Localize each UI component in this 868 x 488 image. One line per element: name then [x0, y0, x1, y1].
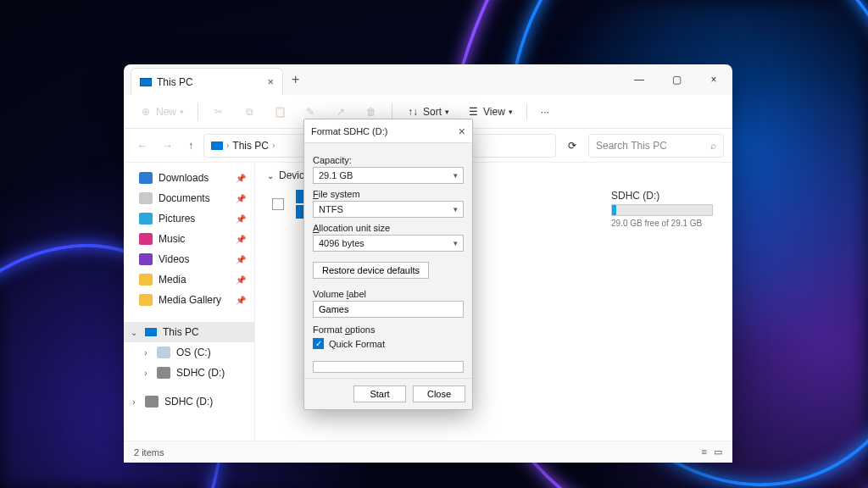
search-placeholder: Search This PC	[596, 140, 667, 152]
sidebar-item-media-gallery[interactable]: Media Gallery📌	[124, 290, 254, 310]
scissors-icon: ✂	[212, 105, 225, 119]
copy-icon: ⧉	[242, 105, 256, 119]
volume-label-input[interactable]	[313, 301, 464, 318]
capacity-label: Capacity:	[313, 155, 464, 165]
details-view-icon[interactable]: ≡	[702, 446, 707, 458]
drive-free-text: 29.0 GB free of 29.1 GB	[611, 219, 713, 228]
allocation-dropdown[interactable]: 4096 bytes ▾	[313, 235, 464, 252]
format-dialog: Format SDHC (D:) × Capacity: 29.1 GB ▾ F…	[303, 119, 473, 410]
sidebar-item-documents[interactable]: Documents📌	[124, 188, 254, 208]
chevron-right-icon[interactable]: ›	[141, 369, 151, 378]
chevron-down-icon: ▾	[453, 171, 458, 180]
sidebar-item-sdhc-d[interactable]: › SDHC (D:)	[124, 363, 254, 383]
sidebar-item-music[interactable]: Music📌	[124, 229, 254, 249]
chevron-down-icon[interactable]: ⌄	[129, 328, 139, 337]
tab-this-pc[interactable]: This PC ×	[131, 68, 283, 95]
more-icon: ···	[541, 106, 549, 118]
sidebar-item-label: SDHC (D:)	[164, 396, 213, 408]
tab-title: This PC	[157, 76, 193, 88]
filesystem-label: File system	[313, 189, 464, 199]
dialog-close-button[interactable]: ×	[459, 125, 465, 138]
sidebar-item-sdhc-d-root[interactable]: › SDHC (D:)	[124, 391, 254, 412]
pin-icon: 📌	[236, 235, 246, 244]
sidebar-item-media[interactable]: Media📌	[124, 269, 254, 290]
divider	[526, 103, 527, 120]
tiles-view-icon[interactable]: ▭	[714, 446, 722, 458]
start-button[interactable]: Start	[353, 385, 406, 402]
titlebar: This PC × + — ▢ ×	[124, 64, 732, 95]
sidebar-item-label: Videos	[159, 253, 189, 265]
sidebar-item-pictures[interactable]: Pictures📌	[124, 208, 254, 229]
refresh-button[interactable]: ⟳	[561, 136, 583, 155]
new-button[interactable]: ⊕ New ▾	[132, 102, 191, 122]
chevron-down-icon: ▾	[453, 205, 458, 214]
capacity-value: 29.1 GB	[319, 170, 353, 180]
chevron-down-icon: ▾	[445, 108, 449, 116]
up-button[interactable]: ↑	[183, 136, 198, 155]
back-button[interactable]: ←	[132, 136, 153, 155]
sidebar-item-label: Media	[159, 274, 186, 286]
window-controls: — ▢ ×	[620, 64, 732, 95]
maximize-button[interactable]: ▢	[658, 64, 695, 95]
sidebar-item-label: Music	[159, 233, 185, 245]
sidebar-item-os-c[interactable]: › OS (C:)	[124, 342, 254, 363]
chevron-down-icon: ▾	[509, 108, 513, 116]
restore-defaults-button[interactable]: Restore device defaults	[313, 262, 429, 279]
new-label: New	[156, 106, 176, 118]
sidebar-item-this-pc[interactable]: ⌄ This PC	[124, 322, 254, 342]
more-button[interactable]: ···	[534, 103, 556, 121]
minimize-button[interactable]: —	[620, 64, 658, 95]
new-tab-button[interactable]: +	[292, 72, 299, 87]
folder-icon	[139, 253, 153, 265]
sidebar: Downloads📌 Documents📌 Pictures📌 Music📌 V…	[124, 163, 255, 441]
close-button[interactable]: ×	[695, 64, 732, 95]
volume-label-label: Volume label	[313, 289, 464, 299]
storage-bar-fill	[612, 205, 616, 215]
pin-icon: 📌	[236, 174, 246, 183]
sidebar-item-label: SDHC (D:)	[176, 367, 225, 379]
folder-icon	[139, 172, 153, 184]
chevron-down-icon: ⌄	[267, 171, 274, 180]
search-icon: ⌕	[710, 140, 716, 152]
filesystem-value: NTFS	[319, 204, 343, 214]
sort-label: Sort	[423, 106, 442, 118]
pin-icon: 📌	[236, 214, 246, 224]
copy-button[interactable]: ⧉	[236, 102, 263, 122]
sidebar-item-videos[interactable]: Videos📌	[124, 249, 254, 269]
cut-button[interactable]: ✂	[205, 102, 232, 122]
checkbox[interactable]	[272, 198, 284, 210]
status-text: 2 items	[134, 447, 164, 458]
pc-icon	[211, 141, 223, 150]
chevron-right-icon[interactable]: ›	[141, 348, 151, 358]
sidebar-item-downloads[interactable]: Downloads📌	[124, 168, 254, 188]
chevron-down-icon: ▾	[180, 108, 184, 116]
paste-button[interactable]: 📋	[266, 102, 293, 122]
chevron-right-icon: ›	[226, 141, 229, 150]
quick-format-checkbox[interactable]: ✓ Quick Format	[313, 338, 464, 349]
pin-icon: 📌	[236, 194, 246, 203]
divider	[392, 103, 392, 120]
status-bar: 2 items ≡ ▭	[124, 441, 732, 463]
chevron-right-icon[interactable]: ›	[129, 397, 139, 407]
sidebar-item-label: Downloads	[159, 172, 209, 184]
drive-icon	[145, 396, 159, 408]
chevron-down-icon: ▾	[453, 239, 458, 247]
pin-icon: 📌	[236, 275, 246, 285]
divider	[198, 103, 198, 120]
breadcrumb-item[interactable]: This PC	[232, 140, 269, 152]
quick-format-label: Quick Format	[329, 339, 385, 349]
tab-close-button[interactable]: ×	[267, 75, 274, 88]
forward-button[interactable]: →	[158, 136, 178, 155]
view-label: View	[483, 106, 505, 118]
pin-icon: 📌	[236, 255, 246, 264]
checkbox-checked-icon: ✓	[313, 338, 324, 349]
capacity-dropdown[interactable]: 29.1 GB ▾	[313, 167, 464, 184]
folder-icon	[139, 213, 153, 225]
search-input[interactable]: Search This PC ⌕	[588, 134, 724, 158]
storage-bar	[611, 204, 713, 216]
format-options-label: Format options	[313, 324, 464, 335]
close-dialog-button[interactable]: Close	[413, 385, 465, 402]
filesystem-dropdown[interactable]: NTFS ▾	[313, 201, 464, 218]
drive-tile-sdhc-d[interactable]: SDHC (D:) 29.0 GB free of 29.1 GB	[611, 190, 713, 228]
folder-icon	[139, 274, 153, 286]
